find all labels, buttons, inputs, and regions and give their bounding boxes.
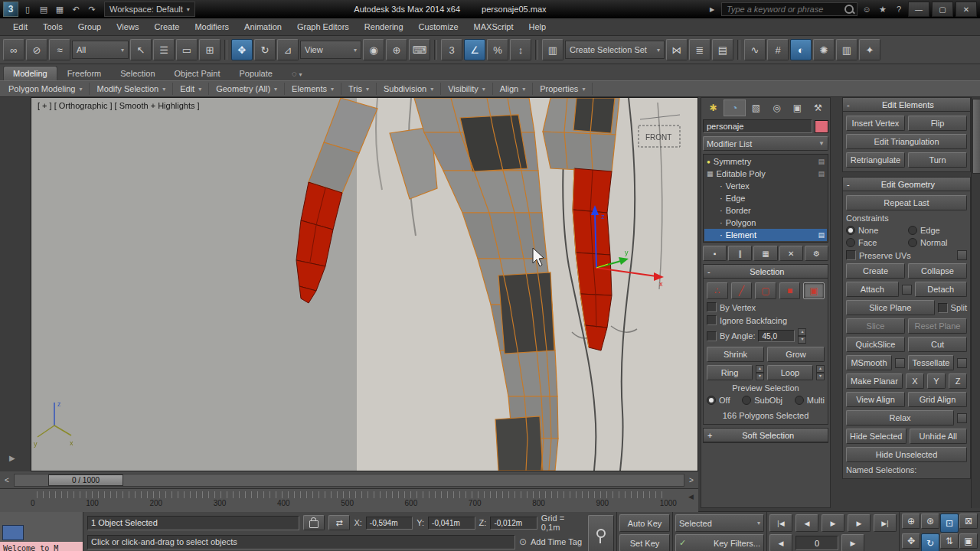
- slice-button[interactable]: Slice: [846, 318, 905, 334]
- absolute-offset-mode-toggle[interactable]: ⇄: [328, 515, 350, 530]
- window-crossing-icon[interactable]: ⊞: [199, 39, 220, 60]
- use-pivot-center-icon[interactable]: ◉: [363, 39, 384, 60]
- attach-button[interactable]: Attach: [846, 282, 899, 297]
- new-scene-icon[interactable]: ▯: [21, 2, 34, 16]
- render-setup-icon[interactable]: ✺: [813, 39, 835, 60]
- help-icon[interactable]: ?: [892, 2, 906, 16]
- select-object-icon[interactable]: ↖: [130, 39, 152, 60]
- previous-key-button[interactable]: ◀: [769, 534, 792, 551]
- stack-item-editable-poly[interactable]: ▦ Editable Poly ▤: [704, 168, 827, 180]
- ribbon-tab-populate[interactable]: Populate: [230, 67, 281, 80]
- vertex-subobject-icon[interactable]: ∴: [707, 282, 728, 299]
- by-angle-checkbox[interactable]: [707, 331, 717, 341]
- collapse-button[interactable]: Collapse: [908, 263, 967, 279]
- angle-spinner[interactable]: ▴ ▾: [798, 328, 806, 344]
- align-icon[interactable]: ≣: [689, 39, 710, 60]
- constraint-normal-radio[interactable]: [908, 238, 917, 247]
- current-frame-field[interactable]: 0: [795, 536, 838, 550]
- infocenter-collapse-icon[interactable]: ▶: [705, 2, 719, 16]
- element-subobject-icon[interactable]: ▣: [803, 282, 825, 299]
- sign-in-user-icon[interactable]: ☺: [860, 2, 874, 16]
- schematic-view-icon[interactable]: #: [767, 39, 789, 60]
- reference-coordinate-dropdown[interactable]: View ▾: [300, 41, 361, 59]
- open-file-icon[interactable]: ▤: [37, 2, 51, 16]
- hide-unselected-button[interactable]: Hide Unselected: [846, 447, 967, 462]
- go-to-start-button[interactable]: |◀: [769, 514, 792, 532]
- viewport[interactable]: [ + ] [ Orthographic ] [ Smooth + Highli…: [31, 97, 698, 471]
- tessellate-button[interactable]: Tessellate: [908, 355, 954, 370]
- stack-item-element[interactable]: · Element ▤: [704, 229, 827, 241]
- zoom-icon[interactable]: ⊕: [902, 514, 920, 529]
- repeat-last-button[interactable]: Repeat Last: [846, 195, 967, 210]
- menu-item[interactable]: Edit: [6, 20, 34, 34]
- ribbon-panel-title[interactable]: Modify Selection▾: [90, 83, 173, 95]
- panel-scrollbar[interactable]: [971, 97, 980, 508]
- create-tab-icon[interactable]: ✱: [703, 99, 724, 116]
- stack-item-vertex[interactable]: · Vertex: [704, 180, 827, 192]
- select-and-rotate-icon[interactable]: ↻: [254, 39, 276, 60]
- ribbon-tab-selection[interactable]: Selection: [111, 67, 164, 80]
- unhide-all-button[interactable]: Unhide All: [910, 429, 968, 444]
- ribbon-panel-title[interactable]: Tris▾: [341, 83, 377, 95]
- auto-key-button[interactable]: Auto Key: [619, 514, 670, 532]
- shrink-button[interactable]: Shrink: [707, 347, 764, 362]
- configure-modifier-sets-icon[interactable]: ⚙: [805, 246, 828, 261]
- ribbon-panel-title[interactable]: Edit▾: [173, 83, 209, 95]
- object-name-field[interactable]: personaje: [703, 119, 812, 133]
- menu-item[interactable]: Group: [71, 20, 109, 34]
- stack-item-border[interactable]: · Border: [704, 204, 827, 217]
- track-bar[interactable]: 01002003004005006007008009001000 ◀: [0, 488, 698, 512]
- percent-snap-toggle-icon[interactable]: %: [487, 39, 508, 60]
- maximize-button[interactable]: ▢: [932, 2, 953, 17]
- make-planar-button[interactable]: Make Planar: [846, 373, 903, 389]
- ribbon-minimize-icon[interactable]: ◌ ▾: [283, 67, 312, 80]
- loop-spinner[interactable]: ▴ ▾: [816, 365, 825, 380]
- spinner-snap-toggle-icon[interactable]: ↕: [510, 39, 531, 60]
- time-slider-prev-icon[interactable]: <: [2, 476, 11, 484]
- play-animation-button[interactable]: ▶: [822, 514, 844, 532]
- ring-spinner[interactable]: ▴ ▾: [756, 365, 764, 380]
- ring-button[interactable]: Ring: [707, 365, 753, 380]
- msmooth-settings-button[interactable]: [895, 358, 905, 368]
- orbit-icon[interactable]: ↻: [921, 533, 939, 551]
- preview-multi-radio[interactable]: [795, 396, 804, 405]
- by-vertex-checkbox[interactable]: [707, 302, 717, 312]
- close-button[interactable]: ✕: [956, 2, 977, 17]
- zoom-extents-icon[interactable]: ⊡: [940, 514, 959, 533]
- utilities-tab-icon[interactable]: ⚒: [808, 99, 828, 116]
- listener-input[interactable]: Welcome to M: [0, 542, 83, 551]
- next-frame-button[interactable]: ▶: [848, 514, 871, 532]
- key-filters-button[interactable]: ✓ Key Filters...: [675, 534, 764, 551]
- attach-list-button[interactable]: [902, 285, 912, 295]
- menu-item[interactable]: Animation: [237, 20, 289, 34]
- redo-icon[interactable]: ↷: [85, 2, 99, 16]
- detach-button[interactable]: Detach: [915, 282, 968, 297]
- listener-output[interactable]: [0, 512, 83, 542]
- workspace-dropdown[interactable]: Workspace: Default ▾: [104, 2, 195, 17]
- menu-item[interactable]: Views: [109, 20, 145, 34]
- ribbon-tab-object-paint[interactable]: Object Paint: [165, 67, 230, 80]
- track-bar-end-arrow-icon[interactable]: ◀: [688, 493, 694, 500]
- reset-plane-button[interactable]: Reset Plane: [908, 318, 967, 334]
- mirror-icon[interactable]: ⋈: [666, 39, 688, 60]
- menu-item[interactable]: Modifiers: [188, 20, 236, 34]
- maximize-viewport-toggle-icon[interactable]: ▣: [959, 533, 978, 549]
- save-file-icon[interactable]: ▦: [53, 2, 67, 16]
- msmooth-button[interactable]: MSmooth: [846, 355, 892, 370]
- expand-panel-arrow-icon[interactable]: ▶: [9, 454, 15, 462]
- select-and-manipulate-icon[interactable]: ⊕: [386, 39, 407, 60]
- render-production-icon[interactable]: ✦: [859, 39, 880, 60]
- ribbon-panel-title[interactable]: Geometry (All)▾: [209, 83, 285, 95]
- time-slider-next-icon[interactable]: >: [687, 476, 696, 484]
- motion-tab-icon[interactable]: ◎: [766, 99, 787, 116]
- z-coord-field[interactable]: -0,012m: [490, 517, 537, 530]
- grow-button[interactable]: Grow: [767, 347, 825, 362]
- scrollbar-thumb[interactable]: [972, 99, 980, 174]
- constraint-edge-radio[interactable]: [908, 226, 917, 235]
- menu-item[interactable]: Graph Editors: [290, 20, 356, 34]
- maxscript-mini-listener[interactable]: Welcome to M: [0, 512, 83, 551]
- viewport-label[interactable]: [ + ] [ Orthographic ] [ Smooth + Highli…: [38, 101, 200, 110]
- curve-editor-icon[interactable]: ∿: [744, 39, 766, 60]
- object-color-swatch[interactable]: [815, 120, 828, 133]
- modifier-list-dropdown[interactable]: Modifier List ▼: [703, 136, 828, 151]
